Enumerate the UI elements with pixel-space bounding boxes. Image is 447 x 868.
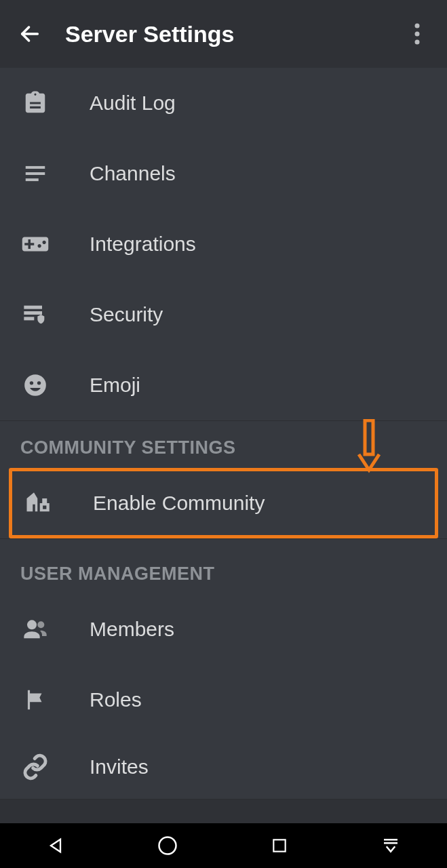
- svg-point-17: [37, 621, 44, 628]
- emoji-icon: [20, 370, 50, 400]
- menu-item-label: Emoji: [90, 374, 140, 397]
- menu-item-audit-log[interactable]: Audit Log: [0, 68, 447, 138]
- svg-rect-21: [273, 840, 285, 851]
- arrow-left-icon: [18, 22, 41, 45]
- menu-item-members[interactable]: Members: [0, 594, 447, 665]
- menu-item-label: Security: [90, 303, 163, 326]
- clipboard-icon: [20, 88, 50, 118]
- user-management-section: USER MANAGEMENT Members Roles Invites: [0, 539, 447, 800]
- menu-item-label: Channels: [90, 162, 176, 185]
- triangle-back-icon: [46, 836, 65, 855]
- svg-point-16: [27, 620, 37, 629]
- channels-icon: [20, 159, 50, 189]
- menu-item-label: Roles: [90, 688, 142, 711]
- menu-item-roles[interactable]: Roles: [0, 665, 447, 735]
- arrow-down-icon: [355, 419, 383, 473]
- svg-point-2: [415, 32, 420, 37]
- svg-rect-9: [24, 317, 34, 320]
- svg-rect-6: [26, 178, 39, 181]
- menu-item-label: Invites: [90, 755, 149, 778]
- gamepad-icon: [20, 229, 50, 259]
- svg-point-3: [415, 40, 420, 45]
- nav-home-button[interactable]: [157, 835, 178, 856]
- svg-point-12: [37, 381, 41, 384]
- nav-back-button[interactable]: [46, 836, 65, 855]
- link-icon: [20, 752, 50, 782]
- svg-rect-5: [26, 172, 45, 175]
- nav-drawer-button[interactable]: [381, 835, 401, 856]
- menu-item-label: Members: [90, 618, 174, 641]
- svg-rect-8: [24, 311, 42, 315]
- top-bar: Server Settings: [0, 0, 447, 68]
- square-recent-icon: [271, 837, 288, 854]
- menu-item-label: Enable Community: [93, 492, 265, 515]
- annotation-arrow: [355, 419, 383, 473]
- menu-item-channels[interactable]: Channels: [0, 138, 447, 209]
- svg-rect-7: [24, 306, 42, 309]
- svg-point-11: [30, 381, 33, 384]
- svg-rect-15: [43, 506, 46, 509]
- svg-point-20: [159, 837, 176, 854]
- svg-point-1: [415, 24, 420, 28]
- menu-item-emoji[interactable]: Emoji: [0, 350, 447, 420]
- more-vertical-icon: [414, 23, 420, 45]
- back-button[interactable]: [16, 20, 43, 47]
- more-button[interactable]: [404, 20, 431, 47]
- circle-home-icon: [157, 835, 178, 856]
- menu-item-security[interactable]: Security: [0, 279, 447, 350]
- shield-icon: [20, 300, 50, 330]
- community-icon: [24, 488, 54, 518]
- menu-item-invites[interactable]: Invites: [0, 735, 447, 799]
- menu-item-label: Audit Log: [90, 92, 176, 115]
- android-nav-bar: [0, 823, 447, 868]
- svg-rect-4: [26, 166, 45, 169]
- svg-rect-18: [365, 420, 373, 454]
- flag-icon: [20, 685, 50, 715]
- main-section: Audit Log Channels Integrations Security…: [0, 68, 447, 421]
- page-title: Server Settings: [65, 21, 234, 47]
- drawer-down-icon: [381, 835, 401, 856]
- members-icon: [20, 614, 50, 644]
- nav-recent-button[interactable]: [271, 837, 288, 854]
- menu-item-label: Integrations: [90, 233, 196, 256]
- svg-marker-19: [51, 840, 60, 852]
- menu-item-enable-community[interactable]: Enable Community: [9, 468, 438, 538]
- section-header-user-management: USER MANAGEMENT: [0, 547, 447, 594]
- svg-point-10: [24, 374, 46, 396]
- svg-rect-14: [42, 498, 47, 503]
- menu-item-integrations[interactable]: Integrations: [0, 209, 447, 279]
